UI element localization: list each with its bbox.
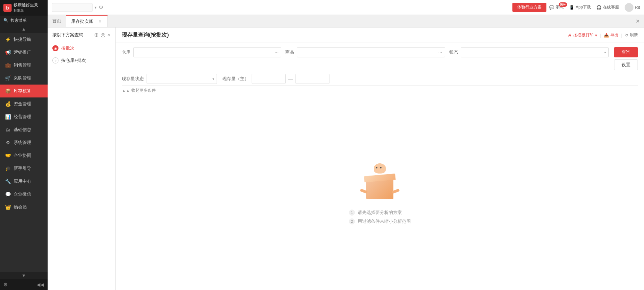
plan-settings-btn[interactable]: ◎: [101, 32, 105, 38]
inventory-qty-max[interactable]: [295, 74, 329, 84]
sidebar-item-appstore[interactable]: 🔧 应用中心: [0, 175, 48, 188]
tab-home-label: 首页: [52, 18, 61, 24]
plan-item-warehouse-batch[interactable]: ○ 按仓库+批次: [48, 54, 115, 67]
breadcrumb-input[interactable]: [52, 3, 92, 12]
sidebar-item-member[interactable]: 👑 畅会员: [0, 201, 48, 214]
left-panel: 按以下方案查询 ⊕ ◎ « ◉ 按批次 ○ 按仓库+批次: [48, 28, 116, 290]
sales-icon: 💼: [5, 62, 11, 68]
settings-footer-icon[interactable]: ⚙: [3, 282, 8, 287]
collapse-label: 收起更多条件: [131, 88, 156, 93]
enterprise-icon: 🤝: [5, 152, 11, 159]
app-download-btn[interactable]: 📱 App下载: [569, 4, 591, 10]
sidebar-footer: ⚙ ◀◀: [0, 279, 48, 290]
product-label: 商品: [285, 49, 294, 55]
appstore-icon: 🔧: [5, 178, 11, 184]
scroll-down-btn[interactable]: ▼: [0, 272, 48, 279]
filter-area: 仓库 ··· 商品 ···: [116, 42, 644, 99]
empty-illustration: [356, 162, 404, 203]
collapse-btn[interactable]: ▲▲ 收起更多条件: [122, 86, 156, 97]
search-menu-label: 搜索菜单: [11, 18, 27, 23]
eye-left: [376, 167, 377, 168]
refresh-icon: ↻: [625, 33, 628, 38]
plan-item-label: 按批次: [61, 45, 74, 51]
topbar: ▾ ⚙ 体验行业方案 💬 消息 99+ 📱 App下载 🎧 在线客服 Rit: [48, 0, 644, 15]
sidebar-item-sales[interactable]: 💼 销售管理: [0, 59, 48, 72]
empty-steps: 1 请先选择要分析的方案 2 用过滤条件来缩小分析范围: [349, 210, 411, 227]
tabbar-close-btn[interactable]: ✕: [631, 18, 644, 24]
sidebar-item-label: 资金管理: [14, 101, 31, 107]
right-panel: 现存量查询(按批次) 🖨 按模板打印 ▾ | 📤 导出 | ↻: [116, 28, 644, 290]
qty-dash: —: [288, 76, 293, 81]
sidebar-item-label: 企业微信: [14, 191, 31, 197]
print-dropdown-icon: ▾: [595, 33, 597, 38]
plan-inactive-icon: ○: [52, 57, 58, 64]
wechat-icon: 💬: [5, 191, 11, 197]
gear-icon[interactable]: ⚙: [99, 4, 103, 11]
status-label: 状态: [449, 49, 458, 55]
empty-step-1: 1 请先选择要分析的方案: [349, 210, 411, 216]
status-select[interactable]: [461, 47, 609, 57]
product-input[interactable]: [297, 47, 445, 57]
print-btn[interactable]: 🖨 按模板打印 ▾: [568, 32, 597, 38]
sidebar-item-operations[interactable]: 📊 经营管理: [0, 110, 48, 123]
sidebar-item-basic[interactable]: 🗂 基础信息: [0, 123, 48, 136]
plan-item-batch[interactable]: ◉ 按批次: [48, 42, 115, 54]
content-area: 按以下方案查询 ⊕ ◎ « ◉ 按批次 ○ 按仓库+批次: [48, 28, 644, 290]
tab-inventory-batch[interactable]: 库存批次账 ×: [66, 15, 108, 27]
breadcrumb: ▾ ⚙: [52, 3, 510, 12]
tab-home[interactable]: 首页: [48, 15, 66, 27]
sidebar-item-label: 应用中心: [14, 178, 31, 184]
collapse-panel-btn[interactable]: «: [107, 32, 111, 38]
filter-product: 商品 ···: [285, 47, 445, 57]
sidebar-item-system[interactable]: ⚙ 系统管理: [0, 136, 48, 149]
sidebar-item-label: 库存核算: [14, 88, 31, 94]
sidebar-item-label: 系统管理: [14, 140, 31, 146]
left-panel-actions: ⊕ ◎ «: [94, 32, 111, 38]
operations-icon: 📊: [5, 114, 11, 120]
sidebar-item-inventory[interactable]: 📦 库存核算: [0, 85, 48, 97]
tab-close-btn[interactable]: ×: [97, 19, 103, 24]
search-menu-item[interactable]: 🔍 搜索菜单: [0, 16, 48, 25]
main-area: ▾ ⚙ 体验行业方案 💬 消息 99+ 📱 App下载 🎧 在线客服 Rit: [48, 0, 644, 290]
product-dots[interactable]: ···: [438, 50, 442, 55]
sidebar-item-enterprise[interactable]: 🤝 企业协同: [0, 149, 48, 162]
settings-btn[interactable]: 设置: [614, 59, 638, 70]
sidebar-item-wechat[interactable]: 💬 企业微信: [0, 188, 48, 201]
warehouse-dots[interactable]: ···: [275, 50, 279, 55]
marketing-icon: 📢: [5, 49, 11, 55]
purchase-icon: 🛒: [5, 75, 11, 81]
messages-btn[interactable]: 💬 消息 99+: [549, 4, 564, 10]
sidebar-item-label: 畅会员: [14, 204, 27, 210]
step-2-text: 用过滤条件来缩小分析范围: [358, 218, 411, 224]
user-menu-btn[interactable]: Rit: [625, 3, 640, 12]
sidebar-header: b 畅康通好生意 标准版: [0, 0, 48, 16]
sidebar-item-purchase[interactable]: 🛒 采购管理: [0, 72, 48, 85]
query-btn[interactable]: 查询: [614, 47, 638, 57]
message-icon: 💬: [549, 5, 554, 10]
left-panel-title: 按以下方案查询: [52, 32, 83, 38]
inventory-status-select[interactable]: [147, 74, 217, 84]
inventory-icon: 📦: [5, 88, 11, 94]
filter-inventory-status: 现存量状态 ▾: [122, 74, 217, 84]
sidebar-item-express[interactable]: ⚡ 快捷导航: [0, 33, 48, 46]
export-btn[interactable]: 📤 导出: [604, 32, 618, 38]
filter-status: 状态 ▾: [449, 47, 609, 57]
topbar-right: 💬 消息 99+ 📱 App下载 🎧 在线客服 Rit: [549, 3, 640, 12]
sidebar-item-finance[interactable]: 💰 资金管理: [0, 97, 48, 110]
sidebar-item-guide[interactable]: 🎓 新手引导: [0, 162, 48, 175]
phone-icon: 📱: [569, 5, 574, 10]
sidebar-item-marketing[interactable]: 📢 营销推广: [0, 46, 48, 59]
online-service-btn[interactable]: 🎧 在线客服: [596, 4, 619, 10]
scroll-up-btn[interactable]: ▲: [0, 25, 48, 33]
filter-inventory-qty: 现存量（主） —: [222, 74, 338, 84]
warehouse-input[interactable]: [133, 47, 281, 57]
eye-right: [380, 167, 382, 168]
collapse-sidebar-icon[interactable]: ◀◀: [37, 282, 44, 287]
left-panel-header: 按以下方案查询 ⊕ ◎ «: [48, 28, 115, 41]
experience-btn[interactable]: 体验行业方案: [512, 3, 546, 12]
add-plan-btn[interactable]: ⊕: [94, 32, 99, 38]
avatar: [625, 3, 633, 12]
refresh-btn[interactable]: ↻ 刷新: [625, 32, 638, 38]
inventory-qty-min[interactable]: [252, 74, 286, 84]
system-icon: ⚙: [5, 140, 11, 146]
